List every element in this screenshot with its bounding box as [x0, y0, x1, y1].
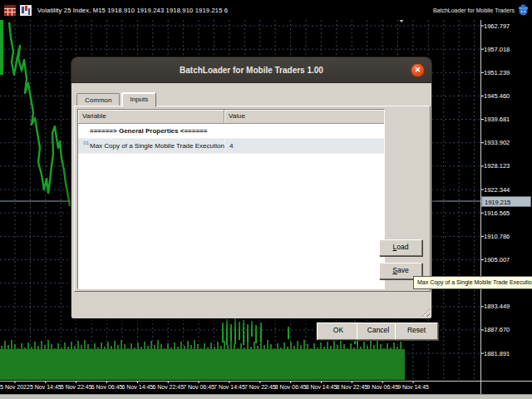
price-axis-label: 1957.018	[484, 46, 510, 53]
ok-button[interactable]: OK	[317, 323, 360, 340]
resize-grip[interactable]	[420, 307, 430, 317]
price-axis-label: 1916.565	[484, 209, 510, 217]
tooltip: Max Copy of a Single Mobile Trade Execut…	[413, 276, 532, 289]
time-axis-label: 5 Nov 14:45	[30, 384, 62, 390]
time-axis-label: 7 Nov 14:45	[214, 384, 245, 390]
variable-cell: ======> General Properties <======	[89, 127, 338, 135]
row-index: 01	[78, 139, 89, 145]
variable-cell: Max Copy of a Single Mobile Trade Execut…	[89, 142, 224, 150]
time-axis-label: 6 Nov 22:45	[152, 384, 184, 390]
table-row[interactable]: ======> General Properties <======	[78, 124, 384, 139]
terminal-window: 1962.7971957.0181951.2391945.4601939.681…	[0, 0, 532, 399]
price-axis-label: 1905.007	[484, 256, 510, 264]
column-header-value[interactable]: Value	[224, 110, 384, 123]
row-index	[78, 124, 89, 126]
inputs-table[interactable]: Variable Value ======> General Propertie…	[77, 109, 385, 289]
price-axis-label: 1951.239	[484, 69, 510, 76]
close-icon[interactable]: ✕	[411, 63, 425, 77]
tab-inputs[interactable]: Inputs	[121, 92, 156, 107]
dialog-body: Common Inputs Variable Value ======> Gen…	[71, 83, 431, 318]
chart-header-bar: Volatility 25 Index, M15 1918.910 1919.2…	[0, 0, 532, 20]
time-axis-label: 5 Nov 2022	[0, 384, 30, 390]
expert-advisor-name: BatchLoader for Mobile Traders	[433, 7, 515, 13]
volume-histogram	[0, 349, 405, 380]
price-axis-label: 1928.123	[484, 162, 510, 170]
time-axis-label: 7 Nov 06:45	[183, 384, 214, 390]
current-price-badge: 1919.215	[481, 196, 531, 207]
reset-button[interactable]: Reset	[395, 323, 438, 340]
time-axis-label: 6 Nov 14:45	[122, 384, 154, 390]
time-axis-label: 8 Nov 06:45	[275, 384, 307, 390]
dialog-title: BatchLoader for Mobile Traders 1.00	[71, 57, 431, 83]
time-axis-label: 6 Nov 06:45	[91, 384, 123, 390]
chart-type-icon[interactable]	[20, 5, 32, 16]
time-axis[interactable]: 5 Nov 20225 Nov 14:455 Nov 22:456 Nov 06…	[0, 382, 532, 394]
expert-advisor-icon[interactable]	[518, 4, 529, 16]
price-axis-label: 1945.460	[484, 92, 510, 100]
time-axis-label: 7 Nov 22:45	[244, 384, 276, 390]
symbol-ohlc-readout: Volatility 25 Index, M15 1918.910 1919.2…	[37, 7, 228, 14]
price-axis-label: 1922.344	[484, 186, 510, 194]
price-axis-label: 1887.670	[484, 326, 510, 333]
time-axis-label: 8 Nov 14:45	[306, 384, 337, 390]
dialog-titlebar[interactable]: BatchLoader for Mobile Traders 1.00 ✕	[71, 57, 431, 83]
time-axis-label: 8 Nov 22:45	[336, 384, 367, 390]
table-header-row: Variable Value	[78, 110, 384, 124]
tab-common[interactable]: Common	[76, 93, 120, 106]
time-axis-label: 5 Nov 22:45	[61, 384, 92, 390]
dialog-tabs: Common Inputs	[76, 92, 158, 106]
price-axis-line	[480, 20, 481, 394]
market-watch-icon[interactable]	[4, 5, 16, 16]
price-axis-label: 1939.681	[484, 116, 510, 123]
column-header-variable[interactable]: Variable	[78, 110, 224, 123]
inputs-tab-panel: Variable Value ======> General Propertie…	[74, 106, 431, 292]
price-axis-label: 1910.786	[484, 233, 510, 240]
price-axis-label: 1881.891	[484, 350, 510, 357]
price-axis-label: 1962.797	[484, 22, 510, 30]
table-row[interactable]: 01 Max Copy of a Single Mobile Trade Exe…	[78, 139, 384, 154]
value-cell[interactable]: 4	[224, 139, 384, 153]
price-axis-label: 1893.449	[484, 303, 510, 310]
time-axis-label: 9 Nov 14:45	[397, 384, 429, 390]
batchloader-dialog: BatchLoader for Mobile Traders 1.00 ✕ Co…	[71, 57, 432, 318]
window-bottom-strip	[0, 394, 532, 399]
load-button[interactable]: Load	[379, 239, 422, 256]
time-axis-label: 9 Nov 06:45	[367, 384, 398, 390]
cancel-button[interactable]: Cancel	[357, 323, 400, 340]
price-axis-label: 1933.902	[484, 139, 510, 146]
